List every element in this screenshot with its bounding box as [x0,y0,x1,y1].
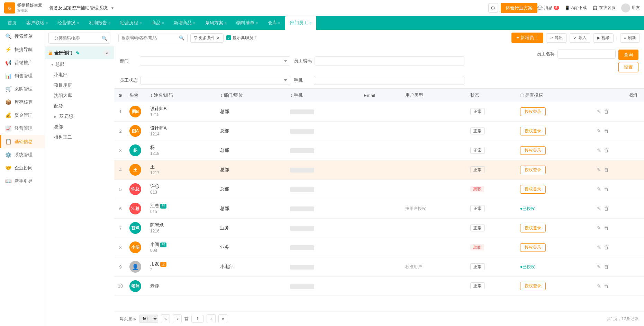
nav-marketing[interactable]: 📢 营销推广 [0,56,45,69]
tab-new-goods[interactable]: 新增商品 × [169,16,200,30]
trial-button[interactable]: 体验行业方案 [501,3,537,13]
search-input[interactable] [121,35,177,40]
nav-collab[interactable]: 🤝 企业协同 [0,161,45,175]
edit-icon[interactable]: ✎ [597,206,601,211]
auth-login-btn[interactable]: 授权登录 [520,282,546,290]
view-btn[interactable]: ▶ 视录 [593,33,614,43]
edit-icon[interactable]: ✎ [597,109,601,114]
nav-inventory[interactable]: 📦 库存核算 [0,96,45,109]
page-size-select[interactable]: 50 100 200 [139,315,158,323]
col-name[interactable]: ↕ 姓名/编码 [147,89,217,102]
auth-login-btn[interactable]: 授权登录 [520,146,546,155]
nav-system[interactable]: ⚙️ 系统管理 [0,148,45,161]
prev-page-btn[interactable]: ‹ [173,314,182,323]
tab-operation[interactable]: 经营情况 × [53,16,84,30]
show-leaving-wrap[interactable]: ✓ 显示离职员工 [226,35,257,41]
title-dropdown-icon[interactable]: ▼ [110,6,115,10]
export-btn[interactable]: ↗ 导出 [546,33,567,43]
tab-goods-close[interactable]: × [162,21,164,25]
empname-filter-input[interactable] [557,50,616,59]
first-page-btn[interactable]: « [161,314,170,323]
edit-icon[interactable]: ✎ [597,148,601,153]
nav-guide[interactable]: 📖 新手引导 [0,175,45,188]
col-dept[interactable]: ↕ 部门/职位 [217,89,287,102]
delete-icon[interactable]: 🗑 [604,206,609,211]
tab-customer-close[interactable]: × [46,21,48,25]
edit-icon[interactable]: ✎ [597,283,601,289]
nav-sales[interactable]: 📊 销售管理 [0,69,45,82]
tab-bom[interactable]: 物料清单 × [232,16,263,30]
show-leaving-checkbox[interactable]: ✓ [226,35,231,40]
phone-filter-input[interactable] [314,76,464,85]
edit-icon[interactable]: ✎ [597,128,601,134]
more-filter-btn[interactable]: ▽ 更多条件 ∧ [190,33,224,43]
tab-bom-close[interactable]: × [256,21,258,25]
delete-icon[interactable]: 🗑 [604,245,609,250]
auth-login-btn[interactable]: 授权登录 [520,166,546,174]
tab-profit-close[interactable]: × [108,21,110,25]
tab-barcode[interactable]: 条码方案 × [200,16,232,30]
delete-icon[interactable]: 🗑 [604,283,609,289]
page-number-input[interactable] [191,315,204,323]
delete-icon[interactable]: 🗑 [604,167,609,173]
col-phone[interactable]: ↕ 手机 [287,89,361,102]
tree-item-zongbu[interactable]: 总部 [45,122,114,132]
tab-barcode-close[interactable]: × [225,21,227,25]
auth-login-btn[interactable]: 授权登录 [520,127,546,135]
empcode-filter-input[interactable] [315,56,464,65]
nav-basic[interactable]: 📋 基础信息 [0,135,45,148]
tab-operation-close[interactable]: × [77,21,79,25]
app-download-item[interactable]: 📱 App下载 [565,5,587,11]
tab-home[interactable]: 首页 [3,16,21,30]
query-btn[interactable]: 查询 [618,50,638,60]
gear-button[interactable]: ⚙ [488,3,498,13]
auth-login-btn[interactable]: 授权登录 [520,107,546,116]
tree-item-shuanglu[interactable]: ▶ 双鹿想 [45,111,114,122]
online-service-item[interactable]: 🎧 在线客服 [592,5,616,11]
next-page-btn[interactable]: › [207,314,216,323]
message-item[interactable]: 💬 消息 6 [537,5,559,11]
nav-search[interactable]: 🔍 搜索菜单 [0,30,45,43]
tree-item-zhishu[interactable]: 植树王二 [45,132,114,142]
tree-all-dept[interactable]: ⊞ 全部部门 ✎ « [45,47,114,59]
import-btn[interactable]: ↙ 导入 [570,33,590,43]
tree-search-input[interactable] [52,34,102,42]
edit-icon[interactable]: ✎ [597,264,601,270]
auth-login-btn[interactable]: 授权登录 [520,243,546,252]
delete-icon[interactable]: 🗑 [604,264,609,270]
tab-history[interactable]: 经营历程 × [115,16,146,30]
tab-goods[interactable]: 商品 × [147,16,169,30]
tree-item-project[interactable]: 项目库房 [45,80,114,90]
tab-warehouse-close[interactable]: × [278,21,280,25]
edit-icon[interactable]: ✎ [597,167,601,173]
tree-item-shenyang[interactable]: 沈阳大库 [45,90,114,101]
tab-dept-employee-close[interactable]: × [309,21,311,25]
nav-shortcut[interactable]: ⚡ 快捷导航 [0,43,45,56]
set-btn[interactable]: 设置 [618,62,638,72]
delete-icon[interactable]: 🗑 [604,109,609,114]
delete-icon[interactable]: 🗑 [604,148,609,153]
status-filter-select[interactable] [140,76,290,85]
add-employee-btn[interactable]: + 新增员工 [511,33,543,43]
dept-filter-select[interactable] [140,56,290,65]
auth-login-btn[interactable]: 授权登录 [520,185,546,194]
auth-login-btn[interactable]: 授权登录 [520,224,546,232]
nav-operation-mgmt[interactable]: 📈 经营管理 [0,122,45,135]
edit-icon[interactable]: ✎ [597,245,601,250]
tree-item-peihua[interactable]: 配货 [45,101,114,111]
col-settings[interactable]: ⚙ [114,89,127,102]
last-page-btn[interactable]: » [218,314,227,323]
nav-finance[interactable]: 💰 资金管理 [0,109,45,122]
tab-profit[interactable]: 利润报告 × [84,16,115,30]
nav-purchase[interactable]: 🛒 采购管理 [0,82,45,96]
edit-icon[interactable]: ✎ [597,186,601,192]
tab-history-close[interactable]: × [139,21,142,25]
tree-collapse-btn[interactable]: « [103,50,110,56]
delete-icon[interactable]: 🗑 [604,128,609,134]
tree-item-xiaodian[interactable]: 小电部 [45,70,114,80]
settings-col-btn[interactable]: ≡ 刷新 [620,33,640,43]
edit-dept-icon[interactable]: ✎ [76,51,80,56]
col-settings-icon[interactable]: ⚙ [118,93,123,98]
edit-icon[interactable]: ✎ [597,225,601,231]
tab-dept-employee[interactable]: 部门员工 × [285,16,316,30]
